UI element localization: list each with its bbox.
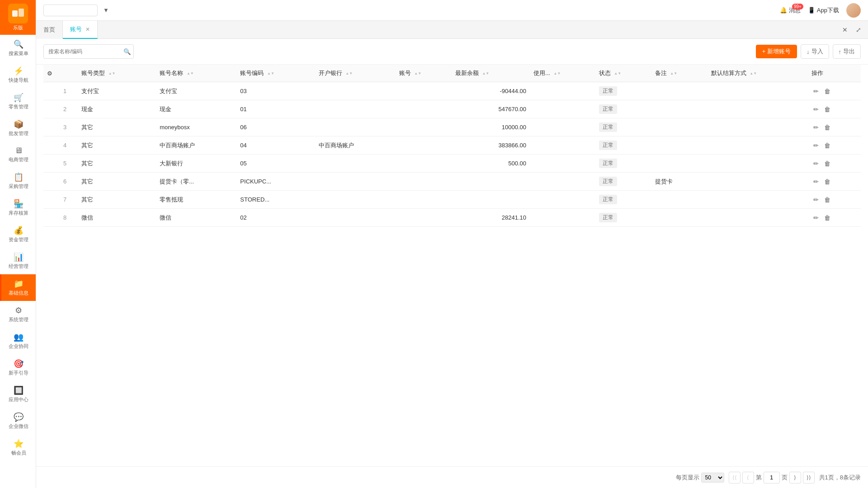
sidebar-item-label: 快捷导航: [9, 77, 28, 84]
sort-code-icon: ▲▼: [267, 72, 274, 75]
cell-account: [396, 155, 452, 173]
search-input[interactable]: [44, 46, 121, 57]
col-name-header[interactable]: 账号名称 ▲▼: [156, 65, 236, 82]
sidebar-item-member[interactable]: ⭐ 畅会员: [0, 434, 36, 461]
total-info: 共1页，8条记录: [819, 474, 861, 482]
col-account-header[interactable]: 账号 ▲▼: [396, 65, 452, 82]
cell-code: STORED...: [236, 191, 315, 209]
export-button[interactable]: ↑ 导出: [833, 44, 861, 59]
cell-type: 支付宝: [78, 82, 156, 100]
table-container: ⚙ 账号类型 ▲▼ 账号名称 ▲▼ 账号编码 ▲▼: [36, 65, 868, 466]
col-bank-label: 开户银行: [319, 70, 342, 76]
sidebar-item-finance[interactable]: 💰 资金管理: [0, 221, 36, 248]
tab-home[interactable]: 首页: [36, 21, 63, 39]
tab-account[interactable]: 账号 ✕: [63, 21, 98, 39]
sidebar-item-ecommerce[interactable]: 🖥 电商管理: [0, 141, 36, 168]
col-settlement-header[interactable]: 默认结算方式 ▲▼: [708, 65, 808, 82]
col-type-header[interactable]: 账号类型 ▲▼: [78, 65, 156, 82]
cell-bank: [315, 155, 396, 173]
sidebar-item-search[interactable]: 🔍 搜索菜单: [0, 35, 36, 61]
sidebar-item-purchase[interactable]: 📋 采购管理: [0, 168, 36, 194]
delete-button[interactable]: 🗑: [822, 195, 832, 204]
per-page-dropdown[interactable]: 50 100 200: [701, 473, 724, 483]
edit-button[interactable]: ✏: [811, 105, 821, 114]
page-input[interactable]: [764, 472, 780, 483]
delete-button[interactable]: 🗑: [822, 123, 832, 132]
col-code-header[interactable]: 账号编码 ▲▼: [236, 65, 315, 82]
import-button[interactable]: ↓ 导入: [801, 44, 829, 59]
edit-button[interactable]: ✏: [811, 87, 821, 96]
delete-button[interactable]: 🗑: [822, 213, 832, 222]
cell-account: [396, 173, 452, 191]
delete-button[interactable]: 🗑: [822, 177, 832, 186]
search-button[interactable]: 🔍: [121, 45, 133, 58]
cell-status: 正常: [595, 191, 651, 209]
last-page-button[interactable]: ⟩⟩: [803, 472, 815, 483]
col-balance-header[interactable]: 最新余额 ▲▼: [452, 65, 530, 82]
edit-button[interactable]: ✏: [811, 141, 821, 150]
sidebar-item-system[interactable]: ⚙ 系统管理: [0, 301, 36, 328]
notice-button[interactable]: 🔔 消息 99+: [780, 6, 801, 14]
cell-num: 7: [60, 191, 78, 209]
sidebar-item-appcenter[interactable]: 🔲 应用中心: [0, 381, 36, 408]
cell-type: 其它: [78, 191, 156, 209]
delete-button[interactable]: 🗑: [822, 105, 832, 114]
header-search-input[interactable]: [43, 5, 98, 16]
edit-button[interactable]: ✏: [811, 123, 821, 132]
header-dropdown[interactable]: ▼: [103, 7, 109, 14]
sidebar-item-operation[interactable]: 📊 经营管理: [0, 248, 36, 274]
cell-name: 中百商场账户: [156, 136, 236, 155]
cell-settlement: [708, 118, 808, 136]
cell-bank: 中百商场账户: [315, 136, 396, 155]
col-status-header[interactable]: 状态 ▲▼: [595, 65, 651, 82]
tab-fullscreen-button[interactable]: ⤢: [853, 24, 864, 36]
cell-type: 其它: [78, 155, 156, 173]
nav-icon: ⚡: [14, 66, 24, 76]
cell-account: [396, 191, 452, 209]
delete-button[interactable]: 🗑: [822, 159, 832, 168]
edit-button[interactable]: ✏: [811, 177, 821, 186]
prev-page-button[interactable]: ⟨: [742, 472, 754, 483]
sidebar-item-nav[interactable]: ⚡ 快捷导航: [0, 61, 36, 88]
sidebar-item-weixin[interactable]: 💬 企业微信: [0, 408, 36, 434]
user-avatar[interactable]: [846, 3, 861, 18]
tab-actions: ✕ ⤢: [839, 24, 868, 36]
add-account-button[interactable]: + 新增账号: [756, 45, 797, 58]
cell-actions: ✏ 🗑: [808, 82, 861, 100]
cell-type: 其它: [78, 118, 156, 136]
cell-name: 微信: [156, 209, 236, 227]
delete-button[interactable]: 🗑: [822, 141, 832, 150]
sidebar-item-label: 零售管理: [9, 103, 28, 110]
cell-settings: [43, 82, 60, 100]
col-usage-header[interactable]: 使用... ▲▼: [530, 65, 595, 82]
notice-badge: 99+: [792, 4, 803, 9]
sidebar-item-collab[interactable]: 👥 企业协同: [0, 328, 36, 354]
sidebar-item-wholesale[interactable]: 📦 批发管理: [0, 115, 36, 141]
tab-close-icon[interactable]: ✕: [85, 26, 90, 33]
next-page-button[interactable]: ⟩: [789, 472, 801, 483]
sort-type-icon: ▲▼: [108, 72, 116, 75]
cell-remark: [651, 209, 708, 227]
header-right: 🔔 消息 99+ 📱 App下载: [780, 3, 861, 18]
col-remark-header[interactable]: 备注 ▲▼: [651, 65, 708, 82]
page-label: 第: [756, 474, 762, 482]
edit-button[interactable]: ✏: [811, 195, 821, 204]
sidebar-item-guide[interactable]: 🎯 新手引导: [0, 354, 36, 381]
sidebar-item-inventory[interactable]: 🏪 库存核算: [0, 194, 36, 221]
sidebar-item-basic[interactable]: 📁 基础信息: [0, 274, 36, 301]
sidebar-item-label: 基础信息: [9, 290, 28, 296]
sidebar-item-label: 资金管理: [9, 236, 28, 243]
cell-code: 01: [236, 100, 315, 118]
delete-button[interactable]: 🗑: [822, 87, 832, 96]
cell-num: 6: [60, 173, 78, 191]
app-download-button[interactable]: 📱 App下载: [808, 6, 839, 14]
tab-close-all-button[interactable]: ✕: [839, 24, 851, 36]
cell-bank: [315, 100, 396, 118]
edit-button[interactable]: ✏: [811, 213, 821, 222]
appcenter-icon: 🔲: [14, 385, 24, 395]
edit-button[interactable]: ✏: [811, 159, 821, 168]
sidebar-item-retail[interactable]: 🛒 零售管理: [0, 88, 36, 115]
col-bank-header[interactable]: 开户银行 ▲▼: [315, 65, 396, 82]
col-settings-header[interactable]: ⚙: [43, 65, 60, 82]
first-page-button[interactable]: ⟨⟨: [729, 472, 741, 483]
